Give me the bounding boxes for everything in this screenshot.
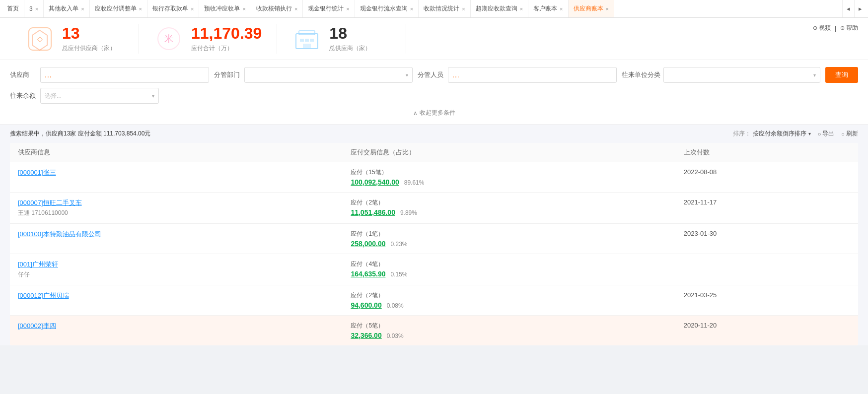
stat-payable-suppliers-content: 13 总应付供应商（家） bbox=[62, 25, 116, 53]
collapse-more-btn[interactable]: ∧ 收起更多条件 bbox=[413, 109, 455, 117]
nav-tab-ar-ap[interactable]: 应收应付调整单 × bbox=[90, 0, 147, 18]
nav-tab-home[interactable]: 首页 bbox=[2, 0, 24, 18]
nav-tab-collect-exec-close[interactable]: × bbox=[294, 6, 297, 12]
payable-amount-number: 11,170.39 bbox=[191, 25, 262, 42]
nav-tab-ar-ap-close[interactable]: × bbox=[139, 6, 142, 12]
nav-tab-cash-bank-stat-close[interactable]: × bbox=[346, 6, 349, 12]
transaction-amount-2[interactable]: 11,051,486.00 bbox=[351, 208, 395, 216]
nav-tab-prepay-label: 预收冲应收单 bbox=[204, 4, 240, 13]
last-pay-date-2: 2021-11-17 bbox=[684, 198, 717, 206]
nav-tab-cash-bank-flow-close[interactable]: × bbox=[410, 6, 413, 12]
help-link[interactable]: ⊙ 帮助 bbox=[840, 24, 858, 32]
nav-prev-arrow[interactable]: ◂ bbox=[842, 0, 854, 18]
supplier-link-3[interactable]: [000100]本特勤油品有限公司 bbox=[18, 230, 351, 239]
search-button[interactable]: 查询 bbox=[825, 67, 858, 83]
svg-rect-9 bbox=[310, 39, 314, 42]
nav-tab-other-income-close[interactable]: × bbox=[81, 6, 84, 12]
nav-tab-collect-exec[interactable]: 收款核销执行 × bbox=[251, 0, 303, 18]
sort-dropdown[interactable]: 排序： 按应付余额倒序排序 ▾ bbox=[733, 130, 811, 138]
supplier-info-1: [000001]张三 bbox=[18, 168, 351, 177]
supplier-link-4[interactable]: [001]广州荣轩 bbox=[18, 260, 351, 269]
nav-tab-prepay[interactable]: 预收冲应收单 × bbox=[199, 0, 251, 18]
supplier-sub-2: 王通 17106110000 bbox=[18, 209, 351, 217]
nav-tab-other-income-label: 其他收入单 bbox=[49, 4, 78, 13]
payable-suppliers-icon: ◇ bbox=[25, 24, 55, 54]
transaction-info-6: 应付（5笔） 32,366.00 0.03% bbox=[351, 322, 683, 339]
stat-payable-amount-content: 11,170.39 应付合计（万） bbox=[191, 25, 262, 53]
nav-tab-3-label: 3 bbox=[29, 5, 33, 12]
supplier-link-6[interactable]: [000002]李四 bbox=[18, 322, 351, 330]
filter-row-2: 往来余额 选择... ▾ bbox=[10, 88, 858, 104]
nav-tab-3[interactable]: 3 × bbox=[24, 0, 44, 18]
transaction-info-1: 应付（15笔） 100,092,540.00 89.61% bbox=[351, 168, 683, 186]
nav-tab-overdue-close[interactable]: × bbox=[520, 6, 523, 12]
nav-tab-customer-account-close[interactable]: × bbox=[560, 6, 563, 12]
nav-tab-other-income[interactable]: 其他收入单 × bbox=[44, 0, 89, 18]
nav-tab-cash-bank-stat-label: 现金银行统计 bbox=[308, 4, 344, 13]
table-row: [000002]李四 应付（5笔） 32,366.00 0.03% 2020-1… bbox=[10, 316, 858, 345]
help-link-text: 帮助 bbox=[846, 24, 858, 32]
supplier-filter-input[interactable]: ... bbox=[40, 67, 209, 83]
unit-class-chevron-down-icon: ▾ bbox=[813, 72, 816, 78]
nav-tab-prepay-close[interactable]: × bbox=[242, 6, 245, 12]
transaction-amount-4[interactable]: 164,635.90 bbox=[351, 270, 385, 278]
nav-tab-customer-account-label: 客户账本 bbox=[533, 4, 557, 13]
transaction-amount-6[interactable]: 32,366.00 bbox=[351, 331, 381, 339]
filter-group-supplier: 供应商 ... bbox=[10, 67, 209, 83]
supplier-link-5[interactable]: [000012]广州贝瑞 bbox=[18, 291, 351, 300]
svg-text:米: 米 bbox=[164, 34, 173, 44]
table-header: 供应商信息 应付交易信息（占比） 上次付数 bbox=[10, 143, 858, 162]
stats-bar: ◇ 13 总应付供应商（家） 米 11,170.39 应付合计（万） bbox=[0, 18, 868, 60]
transaction-amount-1[interactable]: 100,092,540.00 bbox=[351, 178, 399, 186]
supplier-info-5: [000012]广州贝瑞 bbox=[18, 291, 351, 300]
last-pay-5: 2021-03-25 bbox=[684, 291, 850, 299]
supplier-link-2[interactable]: [000007]恒旺二手叉车 bbox=[18, 198, 351, 207]
stat-total-suppliers-content: 18 总供应商（家） bbox=[329, 25, 371, 53]
unit-class-filter-label: 往来单位分类 bbox=[622, 70, 660, 79]
video-link[interactable]: ⊙ 视频 bbox=[813, 24, 831, 32]
transaction-label-1: 应付（15笔） bbox=[351, 168, 683, 177]
nav-tab-supplier-account[interactable]: 供应商账本 × bbox=[569, 0, 614, 18]
svg-rect-7 bbox=[300, 39, 304, 42]
balance-filter-input[interactable]: 选择... ▾ bbox=[40, 88, 159, 104]
nav-next-arrow[interactable]: ▸ bbox=[854, 0, 866, 18]
nav-tab-overdue-label: 超期应收款查询 bbox=[476, 4, 517, 13]
total-suppliers-icon bbox=[292, 24, 322, 54]
supplier-link-1[interactable]: [000001]张三 bbox=[18, 168, 351, 177]
data-table: 供应商信息 应付交易信息（占比） 上次付数 [000001]张三 应付（15笔）… bbox=[10, 143, 858, 345]
transaction-amount-3[interactable]: 258,000.00 bbox=[351, 240, 385, 248]
person-dots-icon: ... bbox=[452, 71, 460, 79]
nav-tab-collect-stat[interactable]: 收款情况统计 × bbox=[419, 0, 470, 18]
table-row: [000001]张三 应付（15笔） 100,092,540.00 89.61%… bbox=[10, 162, 858, 193]
export-btn-label: 导出 bbox=[822, 130, 834, 138]
sort-label: 排序： bbox=[733, 130, 751, 138]
nav-tab-supplier-account-close[interactable]: × bbox=[606, 6, 609, 12]
transaction-amount-5[interactable]: 94,600.00 bbox=[351, 301, 381, 309]
nav-tab-bank-deposit[interactable]: 银行存取款单 × bbox=[147, 0, 199, 18]
link-separator: | bbox=[835, 25, 836, 32]
dept-filter-input[interactable]: ▾ bbox=[244, 67, 413, 83]
unit-class-filter-input[interactable]: ▾ bbox=[663, 67, 821, 83]
transaction-pct-3: 0.23% bbox=[390, 241, 407, 248]
nav-arrows: ◂ ▸ bbox=[842, 0, 866, 18]
stat-total-suppliers: 18 总供应商（家） bbox=[277, 24, 406, 54]
nav-tab-overdue[interactable]: 超期应收款查询 × bbox=[471, 0, 528, 18]
nav-tab-collect-stat-close[interactable]: × bbox=[462, 6, 465, 12]
nav-tab-bank-deposit-close[interactable]: × bbox=[191, 6, 194, 12]
nav-tab-customer-account[interactable]: 客户账本 × bbox=[528, 0, 568, 18]
export-button[interactable]: ○ 导出 bbox=[818, 130, 835, 138]
nav-tab-3-close[interactable]: × bbox=[35, 6, 38, 12]
transaction-pct-4: 0.15% bbox=[390, 271, 407, 278]
nav-tab-cash-bank-stat[interactable]: 现金银行统计 × bbox=[303, 0, 355, 18]
sort-value: 按应付余额倒序排序 bbox=[753, 130, 806, 138]
balance-chevron-down-icon: ▾ bbox=[152, 93, 154, 99]
top-nav: 首页 3 × 其他收入单 × 应收应付调整单 × 银行存取款单 × 预收冲应收单… bbox=[0, 0, 868, 18]
transaction-info-2: 应付（2笔） 11,051,486.00 9.89% bbox=[351, 198, 683, 216]
refresh-button[interactable]: ○ 刷新 bbox=[841, 130, 858, 138]
nav-tab-cash-bank-flow[interactable]: 现金银行流水查询 × bbox=[355, 0, 419, 18]
transaction-label-4: 应付（4笔） bbox=[351, 260, 683, 268]
last-pay-date-6: 2020-11-20 bbox=[684, 322, 717, 329]
person-filter-input[interactable]: ... bbox=[448, 67, 617, 83]
collapse-btn-label: 收起更多条件 bbox=[420, 109, 455, 117]
transaction-label-5: 应付（2笔） bbox=[351, 291, 683, 300]
